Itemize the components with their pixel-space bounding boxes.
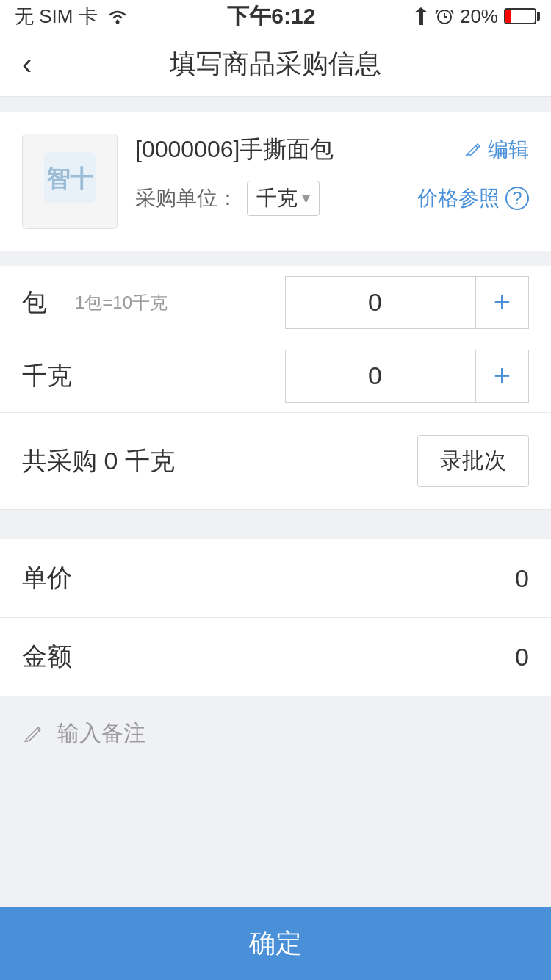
svg-point-0 bbox=[115, 21, 119, 24]
back-button[interactable]: ‹ bbox=[22, 48, 66, 81]
product-unit-row: 采购单位： 千克 ▾ 价格参照 ? bbox=[135, 181, 529, 216]
price-ref-help-icon: ? bbox=[505, 187, 529, 210]
pencil-icon bbox=[22, 722, 46, 746]
summary-row: 共采购 0 千克 录批次 bbox=[0, 413, 551, 510]
batch-button[interactable]: 录批次 bbox=[417, 435, 529, 487]
unit-label: 采购单位： bbox=[135, 184, 238, 212]
edit-icon bbox=[464, 140, 483, 159]
wifi-icon bbox=[105, 7, 130, 25]
nav-bar: ‹ 填写商品采购信息 bbox=[0, 32, 551, 97]
package-row: 包 1包=10千克 + bbox=[0, 266, 551, 339]
amount-row: 金额 0 bbox=[0, 618, 551, 696]
price-section: 单价 0 金额 0 bbox=[0, 539, 551, 696]
unit-price-label: 单价 bbox=[22, 561, 72, 595]
section-divider-2 bbox=[0, 510, 551, 525]
price-ref-label: 价格参照 bbox=[417, 184, 500, 212]
product-image: 智十 bbox=[22, 134, 118, 229]
unit-dropdown-arrow: ▾ bbox=[302, 189, 310, 208]
battery-percent: 20% bbox=[460, 5, 498, 28]
status-left: 无 SIM 卡 bbox=[15, 4, 130, 29]
package-label: 包 bbox=[22, 286, 66, 320]
package-sublabel: 1包=10千克 bbox=[75, 291, 285, 314]
status-bar: 无 SIM 卡 下午6:12 20% bbox=[0, 0, 551, 32]
amount-value: 0 bbox=[515, 643, 529, 671]
unit-price-value: 0 bbox=[515, 564, 529, 593]
svg-text:智十: 智十 bbox=[46, 165, 94, 192]
kilogram-label: 千克 bbox=[22, 359, 72, 393]
amount-label: 金额 bbox=[22, 640, 72, 674]
product-logo: 智十 bbox=[40, 148, 99, 215]
unit-price-row: 单价 0 bbox=[0, 539, 551, 618]
edit-button[interactable]: 编辑 bbox=[464, 136, 529, 164]
summary-text: 共采购 0 千克 bbox=[22, 444, 175, 478]
package-input[interactable] bbox=[285, 276, 476, 329]
edit-label: 编辑 bbox=[488, 136, 529, 164]
location-icon bbox=[413, 7, 429, 26]
unit-value: 千克 bbox=[256, 184, 298, 212]
kilogram-input-wrap: + bbox=[285, 350, 529, 403]
product-card: 智十 [0000006]手撕面包 编辑 采购单位： 千 bbox=[0, 112, 551, 251]
notes-section[interactable]: 输入备注 bbox=[0, 696, 551, 771]
price-ref-button[interactable]: 价格参照 ? bbox=[417, 184, 529, 212]
package-input-wrap: + bbox=[285, 276, 529, 329]
status-time: 下午6:12 bbox=[227, 1, 315, 32]
kilogram-row: 千克 + bbox=[0, 339, 551, 413]
kilogram-plus-button[interactable]: + bbox=[476, 350, 529, 403]
package-plus-button[interactable]: + bbox=[476, 276, 529, 329]
status-right: 20% bbox=[413, 5, 536, 28]
kilogram-input[interactable] bbox=[285, 350, 476, 403]
page-title: 填写商品采购信息 bbox=[170, 46, 381, 82]
alarm-icon bbox=[435, 7, 454, 26]
confirm-button[interactable]: 确定 bbox=[0, 907, 551, 980]
unit-select[interactable]: 千克 ▾ bbox=[247, 181, 320, 216]
notes-placeholder[interactable]: 输入备注 bbox=[57, 718, 145, 749]
input-section: 包 1包=10千克 + 千克 + 共采购 0 千克 录批次 bbox=[0, 266, 551, 510]
product-info: [0000006]手撕面包 编辑 采购单位： 千克 ▾ bbox=[135, 134, 529, 216]
battery-icon bbox=[504, 8, 536, 24]
carrier-text: 无 SIM 卡 bbox=[15, 4, 98, 29]
section-divider-1 bbox=[0, 251, 551, 266]
product-name: [0000006]手撕面包 bbox=[135, 134, 334, 166]
svg-line-6 bbox=[475, 145, 478, 148]
product-title-row: [0000006]手撕面包 编辑 bbox=[135, 134, 529, 166]
